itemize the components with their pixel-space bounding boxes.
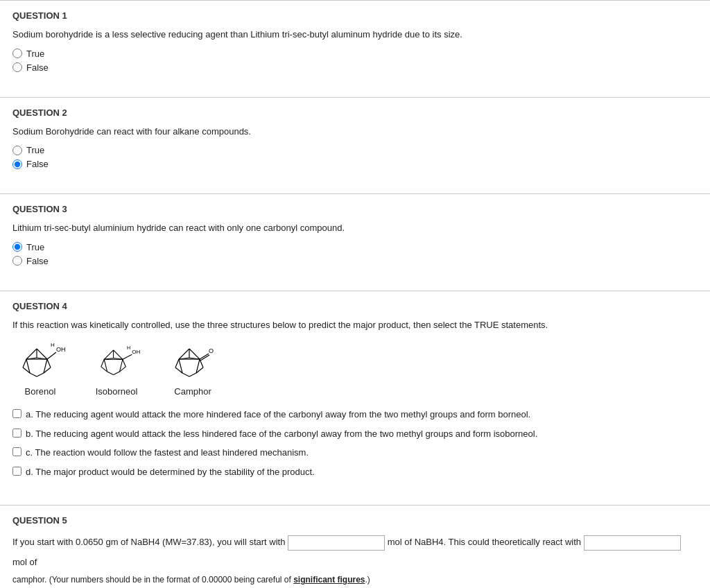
svg-line-38 bbox=[182, 373, 189, 377]
svg-line-4 bbox=[30, 373, 37, 377]
q1-option-true[interactable]: True bbox=[12, 49, 698, 59]
camphor-label: Camphor bbox=[174, 386, 211, 397]
q1-header: QUESTION 1 bbox=[12, 10, 698, 21]
q4-checkbox-d[interactable] bbox=[12, 467, 21, 476]
q3-option-true[interactable]: True bbox=[12, 242, 698, 252]
svg-text:H: H bbox=[127, 345, 130, 351]
q2-radio-false[interactable] bbox=[12, 159, 22, 169]
svg-text:H: H bbox=[51, 342, 55, 348]
q2-header: QUESTION 2 bbox=[12, 107, 698, 118]
svg-line-31 bbox=[123, 354, 132, 359]
q4-label-b: b. The reducing agent would attack the l… bbox=[26, 427, 537, 441]
q1-radio-true[interactable] bbox=[12, 49, 22, 58]
q1-label-true: True bbox=[26, 49, 44, 59]
svg-line-40 bbox=[175, 359, 179, 368]
q3-text: Lithium tri-sec-butyl aluminium hydride … bbox=[12, 221, 698, 235]
q2-radio-true[interactable] bbox=[12, 146, 22, 155]
q4-label-d: d. The major product would be determined… bbox=[26, 465, 315, 479]
q3-header: QUESTION 3 bbox=[12, 204, 698, 214]
borenol-svg: OH H bbox=[12, 338, 68, 383]
svg-line-21 bbox=[107, 372, 114, 374]
q5-header: QUESTION 5 bbox=[12, 515, 698, 526]
q2-option-true[interactable]: True bbox=[12, 145, 698, 155]
svg-line-42 bbox=[200, 359, 203, 368]
svg-text:OH: OH bbox=[132, 349, 140, 355]
structure-borenol: OH H Borenol bbox=[12, 338, 68, 397]
q5-text-last: camphor. (Your numbers should be in the … bbox=[12, 575, 370, 585]
svg-line-39 bbox=[189, 373, 196, 377]
isoborneol-label: Isoborneol bbox=[96, 386, 138, 397]
question-4: QUESTION 4 If this reaction was kinetica… bbox=[0, 291, 710, 499]
svg-line-8 bbox=[47, 359, 51, 368]
svg-text:OH: OH bbox=[56, 346, 66, 353]
q3-label-true: True bbox=[26, 242, 44, 252]
q5-input-2[interactable] bbox=[584, 535, 681, 551]
svg-text:O: O bbox=[209, 347, 214, 354]
q4-text: If this reaction was kinetically control… bbox=[12, 318, 698, 332]
q1-option-false[interactable]: False bbox=[12, 62, 698, 73]
q4-option-c[interactable]: c. The reaction would follow the fastest… bbox=[12, 446, 698, 460]
q1-radio-false[interactable] bbox=[12, 62, 22, 72]
q5-text-after: mol of bbox=[12, 557, 37, 567]
q5-input-1[interactable] bbox=[288, 535, 385, 551]
q4-option-a[interactable]: a. The reducing agent would attack the m… bbox=[12, 408, 698, 422]
q3-option-false[interactable]: False bbox=[12, 256, 698, 266]
q2-text: Sodium Borohydride can react with four a… bbox=[12, 125, 698, 139]
q2-label-true: True bbox=[26, 145, 44, 155]
svg-line-22 bbox=[114, 372, 120, 374]
q4-checkbox-c[interactable] bbox=[12, 447, 21, 456]
svg-line-14 bbox=[47, 352, 56, 359]
q4-label-a: a. The reducing agent would attack the m… bbox=[26, 408, 530, 422]
q4-option-d[interactable]: d. The major product would be determined… bbox=[12, 465, 698, 479]
question-2: QUESTION 2 Sodium Borohydride can react … bbox=[0, 97, 710, 187]
q3-label-false: False bbox=[26, 256, 49, 266]
q4-label-c: c. The reaction would follow the fastest… bbox=[26, 446, 309, 460]
q2-label-false: False bbox=[26, 159, 49, 169]
q5-text-middle: mol of NaBH4. This could theoretically r… bbox=[388, 537, 581, 547]
structure-camphor: O Camphor bbox=[165, 338, 220, 397]
borenol-label: Borenol bbox=[25, 386, 56, 397]
question-5: QUESTION 5 If you start with 0.0650 gm o… bbox=[0, 505, 710, 588]
q4-checkbox-b[interactable] bbox=[12, 429, 21, 438]
q4-option-b[interactable]: b. The reducing agent would attack the l… bbox=[12, 427, 698, 441]
svg-line-23 bbox=[101, 359, 104, 367]
q5-body: If you start with 0.0650 gm of NaBH4 (MW… bbox=[12, 533, 698, 572]
structure-isoborneol: OH H Isoborneol bbox=[89, 338, 144, 397]
isoborneol-svg: OH H bbox=[89, 338, 144, 383]
q5-note: camphor. (Your numbers should be in the … bbox=[12, 575, 698, 585]
q3-radio-false[interactable] bbox=[12, 256, 22, 266]
q5-text-before: If you start with 0.0650 gm of NaBH4 (MW… bbox=[12, 537, 285, 547]
svg-line-6 bbox=[23, 359, 26, 368]
structures-row: OH H Borenol bbox=[12, 338, 698, 397]
q4-header: QUESTION 4 bbox=[12, 301, 698, 311]
q4-checkbox-a[interactable] bbox=[12, 409, 21, 418]
q1-label-false: False bbox=[26, 62, 49, 73]
q1-text: Sodium borohydride is a less selective r… bbox=[12, 28, 698, 42]
question-1: QUESTION 1 Sodium borohydride is a less … bbox=[0, 0, 710, 90]
question-3: QUESTION 3 Lithium tri-sec-butyl alumini… bbox=[0, 193, 710, 284]
svg-line-25 bbox=[123, 359, 125, 367]
camphor-svg: O bbox=[165, 338, 220, 383]
svg-line-5 bbox=[37, 373, 44, 377]
q2-option-false[interactable]: False bbox=[12, 159, 698, 169]
q3-radio-true[interactable] bbox=[12, 242, 22, 252]
